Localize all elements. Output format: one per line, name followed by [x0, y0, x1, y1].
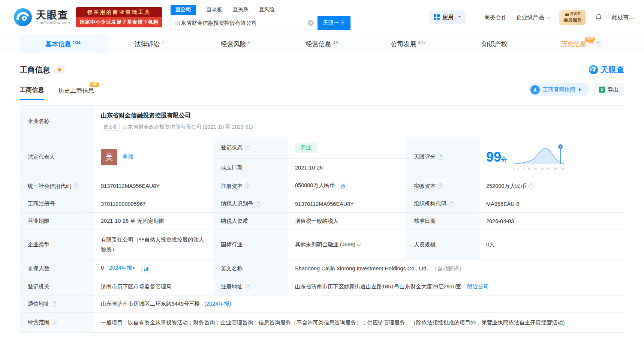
mail-annual-report-link[interactable]: (2024年报)	[204, 301, 231, 307]
export-button[interactable]: 导出	[593, 83, 624, 96]
search-button[interactable]: 天眼一下	[318, 16, 350, 30]
field-value-score: 99分 0 1 3	[479, 137, 624, 177]
reg-address-text: 山东省济南市历下区姚家街道山左路1851号山东财金大厦29层2910室	[295, 284, 461, 290]
tab-count: 8	[248, 40, 250, 45]
help-icon[interactable]: ?	[73, 183, 79, 189]
svip-member-button[interactable]: SVIP 会员服务	[559, 10, 586, 24]
field-label-text: 企业类型	[28, 242, 49, 248]
promo-line2: 国家中小企业发展子基金旗下机构	[76, 17, 162, 27]
divider	[475, 13, 475, 21]
promo-line1: 都在用的商业查询工具	[76, 7, 162, 17]
tab-intellectual-property[interactable]: 知识产权	[451, 35, 538, 53]
search-tab-company[interactable]: 查公司	[171, 5, 196, 15]
apps-menu[interactable]: 应用	[429, 10, 466, 24]
score-curve-chart	[513, 144, 565, 165]
bank-icon[interactable]	[338, 183, 348, 190]
field-label-text: 经营范围	[28, 319, 49, 325]
bell-icon	[57, 67, 62, 73]
field-label-text: 英文名称	[221, 266, 243, 272]
tab-company-development[interactable]: 公司发展 407	[365, 35, 451, 53]
english-name-text: Shandong Caijin Xinrong Investment Holdi…	[295, 266, 428, 272]
subtab-business-info[interactable]: 工商信息	[20, 86, 44, 100]
header-right-nav: 应用 商务合作 企业级产品 SVIP 会员服务 此处有...	[429, 10, 634, 24]
field-value-industry: 其他未列明金融业 (J699)	[288, 230, 406, 260]
monitor-bell-button[interactable]	[54, 65, 65, 74]
nearby-companies-link[interactable]: 附近公司	[467, 284, 489, 290]
clear-search-icon[interactable]	[308, 20, 314, 26]
enterprise-products-label: 企业级产品	[516, 14, 544, 20]
search-tab-boss[interactable]: 查老板	[207, 6, 222, 15]
business-cooperation-link[interactable]: 商务合作	[484, 14, 507, 21]
export-label: 导出	[608, 86, 619, 93]
search-tab-risk[interactable]: 查风险	[259, 6, 275, 15]
company-nav-tabs: 基本信息 104 法律诉讼 7 经营风险 8 经营信息 48 公司发展 407 …	[0, 34, 644, 53]
legal-rep-link[interactable]: 吴强	[122, 153, 133, 160]
tab-operation-risk[interactable]: 经营风险 8	[193, 35, 279, 53]
field-value-tax-id: 91370112MA956EAU8Y	[288, 195, 406, 213]
field-label-text: 注册资本	[221, 183, 243, 189]
help-icon[interactable]: ?	[438, 183, 443, 189]
field-label-approve-date: 核准日期	[406, 213, 479, 230]
search-tab-relation[interactable]: 查关系	[233, 6, 249, 15]
subtab-row: 工商信息 VIP 历史工商信息 工商官网快照	[20, 83, 624, 100]
search-tabs: 查公司 查老板 查关系 查风险	[171, 4, 350, 15]
field-label-reg-capital: 注册资本?	[213, 177, 288, 195]
notification-bell-button[interactable]	[595, 13, 603, 21]
field-label-company-name: 企业名称	[20, 106, 94, 137]
bell-icon	[595, 13, 603, 21]
field-value-approve-date: 2026-04-03	[479, 213, 624, 230]
table-row: 营业期限 2021-10-26 至 无固定期限 纳税人资质 增值税一般纳税人 核…	[20, 213, 624, 230]
score-number: 99	[486, 149, 501, 165]
axis-tick: 85	[541, 167, 544, 170]
tab-legal-litigation[interactable]: 法律诉讼 7	[106, 35, 192, 53]
field-label-text: 实缴资本	[414, 183, 436, 189]
tab-history-info[interactable]: VIP 历史信息 38 ?	[538, 35, 624, 53]
apps-label: 应用	[442, 14, 454, 21]
auto-translate-note: （自动翻译）	[432, 266, 464, 272]
avatar[interactable]: 吴	[101, 149, 117, 165]
field-label-paid-capital: 实缴资本?	[406, 177, 479, 195]
score-unit: 分	[501, 156, 507, 163]
subtab-history-business-info[interactable]: VIP 历史工商信息	[58, 87, 94, 100]
business-info-table: 企业名称 山东省财金信融投资控股有限公司 曾用名 山东省财金政企投资控股有限公司…	[20, 105, 624, 333]
table-row: 工商注册号 370112000005967 纳税人识别号? 91370112MA…	[20, 195, 624, 213]
promo-banner[interactable]: 都在用的商业查询工具 国家中小企业发展子基金旗下机构	[76, 7, 162, 27]
chevron-down-icon	[458, 16, 461, 19]
help-icon[interactable]: ?	[52, 301, 57, 307]
help-icon[interactable]: ?	[438, 154, 443, 160]
top-header: 天眼查 TianYanCha.com 都在用的商业查询工具 国家中小企业发展子基…	[0, 0, 644, 34]
field-value-reg-capital: 850000万人民币	[288, 177, 406, 195]
help-icon[interactable]: ?	[245, 145, 250, 150]
person-icon	[530, 85, 540, 94]
table-row: 经营范围? 一般项目：以自有资金从事投资活动；财务咨询；企业管理咨询；信息咨询服…	[20, 312, 624, 332]
chevron-down-icon[interactable]	[357, 242, 361, 246]
tab-basic-info[interactable]: 基本信息 104	[20, 35, 106, 53]
report-chart-icon[interactable]	[141, 266, 151, 273]
logo-text: 天眼查 TianYanCha.com	[36, 10, 70, 25]
annual-report-link[interactable]: 2024年报	[109, 265, 136, 271]
more-menu[interactable]: 此处有...	[612, 14, 634, 21]
help-icon[interactable]: ?	[52, 320, 57, 325]
score-axis: 0 1 3 15 50 85 97 99 100	[513, 167, 565, 170]
field-value-company-name: 山东省财金信融投资控股有限公司 曾用名 山东省财金政企投资控股有限公司 (202…	[94, 106, 624, 137]
industry-text: 其他未列明金融业 (J699)	[295, 242, 355, 248]
field-label-score: 天眼评分?	[406, 137, 479, 177]
help-icon[interactable]: ?	[256, 201, 261, 207]
search-input[interactable]	[171, 16, 318, 30]
official-snapshot-button[interactable]: 工商官网快照	[529, 83, 589, 96]
enterprise-products-menu[interactable]: 企业级产品	[516, 14, 550, 21]
reg-capital-text: 850000万人民币	[295, 182, 335, 188]
help-icon[interactable]: ?	[449, 201, 454, 207]
tianyancha-watermark: 天眼查	[589, 64, 624, 75]
business-info-section: 工商信息 天眼查 工商信息 VIP 历史工商信息	[0, 64, 644, 348]
help-icon[interactable]: ?	[245, 183, 250, 189]
tab-operation-info[interactable]: 经营信息 48	[279, 35, 365, 53]
field-label-text: 企业名称	[28, 118, 49, 124]
field-label-text: 纳税人识别号	[221, 201, 253, 207]
help-icon[interactable]: ?	[596, 41, 601, 47]
help-icon[interactable]: ?	[245, 284, 250, 290]
svip-label: SVIP	[570, 11, 580, 17]
help-icon[interactable]: ?	[528, 183, 534, 189]
field-label-tax-id: 纳税人识别号?	[213, 195, 288, 213]
tianyancha-logo[interactable]: 天眼查 TianYanCha.com	[13, 8, 70, 27]
